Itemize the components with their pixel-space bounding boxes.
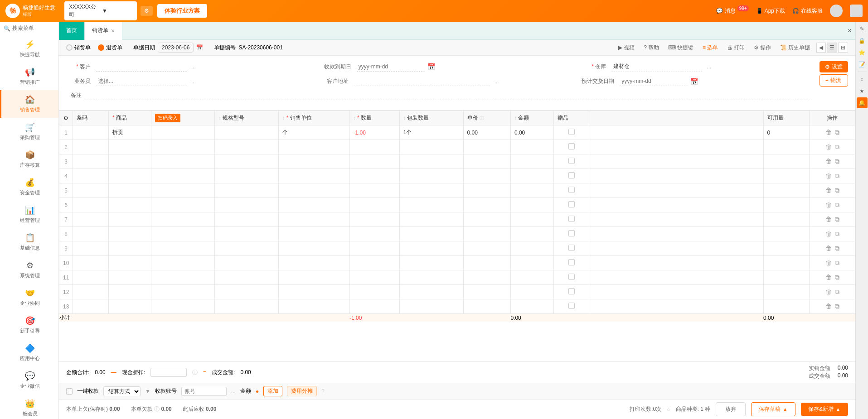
online-service-button[interactable]: 🎧 在线客服: [792, 7, 823, 15]
row-qty-10[interactable]: [349, 270, 399, 285]
row-unit-4[interactable]: [279, 183, 349, 198]
row-amount-12[interactable]: [510, 299, 553, 314]
delivery-date-input[interactable]: [620, 77, 688, 86]
row-unit-6[interactable]: [279, 212, 349, 227]
row-unit-8[interactable]: [279, 241, 349, 256]
row-delete-btn-10[interactable]: 🗑: [825, 274, 832, 281]
tab-close-icon[interactable]: ×: [111, 27, 115, 34]
row-copy-btn-1[interactable]: ⧉: [835, 143, 839, 151]
radio-return-order[interactable]: 退货单: [98, 44, 122, 52]
save-new-button[interactable]: 保存&新增 ▲: [801, 403, 848, 416]
row-delete-btn-2[interactable]: 🗑: [825, 158, 832, 165]
row-qty-4[interactable]: [349, 183, 399, 198]
row-copy-btn-2[interactable]: ⧉: [835, 158, 839, 165]
row-copy-btn-7[interactable]: ⧉: [835, 230, 839, 238]
radio-sales-order[interactable]: 销货单: [66, 44, 91, 52]
row-packqty-2[interactable]: [399, 154, 463, 169]
message-button[interactable]: 💬 消息 99+: [716, 7, 749, 15]
row-unit-12[interactable]: [279, 299, 349, 314]
row-amount-5[interactable]: [510, 198, 553, 212]
sidebar-item-enterprise[interactable]: 🤝 企业协同: [0, 284, 58, 311]
row-product-6[interactable]: [109, 212, 151, 227]
row-qty-2[interactable]: [349, 154, 399, 169]
row-product-11[interactable]: [109, 285, 151, 299]
row-packqty-11[interactable]: [399, 285, 463, 299]
row-gift-1[interactable]: [553, 140, 589, 154]
payment-due-input[interactable]: [357, 62, 425, 72]
row-product-5[interactable]: [109, 198, 151, 212]
row-gift-2[interactable]: [553, 154, 589, 169]
row-delete-btn-0[interactable]: 🗑: [825, 129, 832, 136]
avatar-extra[interactable]: [850, 5, 863, 17]
company-selector[interactable]: XXXXXX公司 ▼: [64, 1, 137, 20]
row-price-8[interactable]: [463, 241, 510, 256]
select-button[interactable]: ≡ 选单: [700, 43, 721, 53]
list-view-button[interactable]: ☰: [827, 43, 837, 53]
payment-method-select[interactable]: 结算方式: [103, 386, 141, 396]
row-spec-1[interactable]: [215, 140, 279, 154]
calendar-icon[interactable]: 📅: [196, 44, 203, 51]
row-price-10[interactable]: [463, 270, 510, 285]
row-delete-btn-8[interactable]: 🗑: [825, 245, 832, 252]
sidebar-item-sales[interactable]: 🏠 销售管理: [0, 90, 58, 118]
print-button[interactable]: 🖨 打印: [724, 43, 747, 53]
row-amount-11[interactable]: [510, 285, 553, 299]
row-unit-1[interactable]: [279, 140, 349, 154]
tab-sales-order[interactable]: 销货单 ×: [85, 22, 122, 40]
sidebar-item-member[interactable]: 👑 畅会员: [0, 394, 58, 419]
sidebar-item-appstore[interactable]: 🔷 应用中心: [0, 339, 58, 366]
row-barcode-7[interactable]: [73, 227, 109, 241]
row-spec-0[interactable]: [215, 125, 279, 140]
col-settings-header[interactable]: ⚙: [59, 111, 73, 125]
row-delete-btn-3[interactable]: 🗑: [825, 172, 832, 179]
remark-input[interactable]: [84, 91, 812, 100]
row-delete-btn-5[interactable]: 🗑: [825, 201, 832, 208]
row-price-3[interactable]: [463, 169, 510, 183]
row-qty-8[interactable]: [349, 241, 399, 256]
row-amount-2[interactable]: [510, 154, 553, 169]
one-click-payment-checkbox[interactable]: [66, 388, 73, 395]
row-gift-4[interactable]: [553, 183, 589, 198]
row-amount-0[interactable]: 0.00: [510, 125, 553, 140]
row-amount-7[interactable]: [510, 227, 553, 241]
row-delete-btn-1[interactable]: 🗑: [825, 143, 832, 150]
close-all-icon[interactable]: ×: [848, 27, 852, 35]
row-copy-btn-10[interactable]: ⧉: [835, 274, 839, 281]
row-delete-btn-7[interactable]: 🗑: [825, 230, 832, 237]
customer-addr-input[interactable]: [354, 77, 490, 86]
row-packqty-0[interactable]: 1个: [399, 125, 463, 140]
row-amount-6[interactable]: [510, 212, 553, 227]
right-panel-btn-3[interactable]: ⭐: [857, 47, 868, 58]
payment-method-dots[interactable]: ▼: [145, 388, 150, 395]
row-copy-btn-6[interactable]: ⧉: [835, 216, 839, 223]
row-copy-btn-0[interactable]: ⧉: [835, 129, 839, 136]
row-delete-btn-6[interactable]: 🗑: [825, 216, 832, 223]
discount-input[interactable]: [150, 368, 187, 377]
row-barcode-3[interactable]: [73, 169, 109, 183]
row-product-8[interactable]: [109, 241, 151, 256]
row-product-1[interactable]: [109, 140, 151, 154]
row-product-3[interactable]: [109, 169, 151, 183]
row-packqty-1[interactable]: [399, 140, 463, 154]
avatar[interactable]: [830, 5, 843, 17]
video-button[interactable]: ▶ 视频: [616, 43, 637, 53]
right-panel-btn-1[interactable]: ✎: [857, 24, 868, 34]
sidebar-search[interactable]: 🔍 搜索菜单: [0, 22, 58, 35]
row-spec-7[interactable]: [215, 227, 279, 241]
row-gift-7[interactable]: [553, 227, 589, 241]
row-packqty-10[interactable]: [399, 270, 463, 285]
scan-button[interactable]: 扫码录入: [155, 114, 180, 122]
row-price-7[interactable]: [463, 227, 510, 241]
row-qty-7[interactable]: [349, 227, 399, 241]
row-amount-1[interactable]: [510, 140, 553, 154]
fee-split-button[interactable]: 费用分摊: [287, 386, 317, 396]
row-price-2[interactable]: [463, 154, 510, 169]
history-button[interactable]: 📜 历史单据: [777, 43, 813, 53]
row-price-9[interactable]: [463, 256, 510, 270]
row-unit-2[interactable]: [279, 154, 349, 169]
flow-button[interactable]: + 物流: [820, 74, 848, 87]
row-copy-btn-3[interactable]: ⧉: [835, 172, 839, 180]
row-product-10[interactable]: [109, 270, 151, 285]
salesperson-input[interactable]: [96, 77, 187, 86]
row-spec-10[interactable]: [215, 270, 279, 285]
